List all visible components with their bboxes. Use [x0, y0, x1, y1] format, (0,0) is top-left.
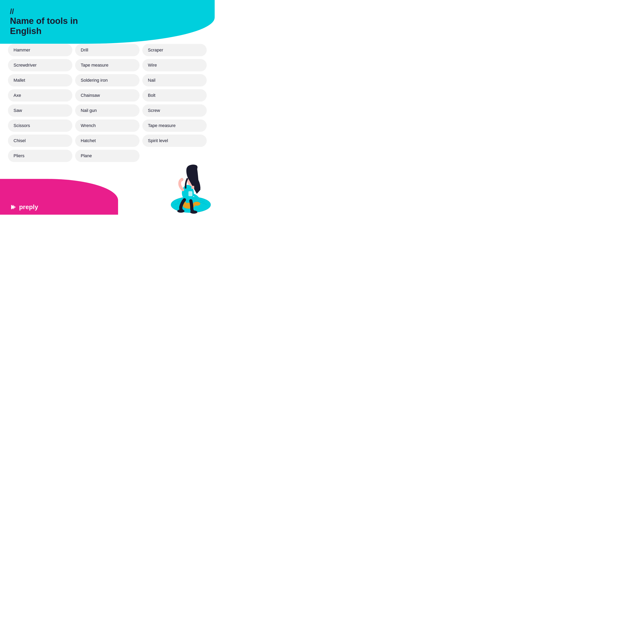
tool-item: Spirit level [142, 135, 207, 147]
tool-item: Tape measure [75, 59, 140, 71]
page-title: Name of tools in English [10, 16, 205, 36]
svg-point-12 [180, 178, 183, 181]
svg-point-5 [193, 202, 200, 206]
pen-icon: // [10, 8, 205, 15]
tools-grid-container: HammerDrillScraperScrewdriverTape measur… [0, 40, 215, 164]
tool-item: Nail [142, 74, 207, 86]
tool-item: Hatchet [75, 135, 140, 147]
footer: preply [10, 203, 38, 211]
svg-point-15 [190, 210, 197, 214]
title-line2: English [10, 26, 42, 36]
tool-item: Plane [75, 150, 140, 162]
tools-grid: HammerDrillScraperScrewdriverTape measur… [8, 44, 207, 162]
tool-item: Bolt [142, 89, 207, 102]
title-line1: Name of tools in [10, 16, 78, 26]
character-svg [151, 147, 215, 215]
header: // Name of tools in English [0, 0, 215, 40]
character-illustration [151, 147, 215, 215]
svg-point-14 [177, 209, 184, 213]
tool-item: Saw [8, 104, 72, 117]
tool-item: Drill [75, 44, 140, 56]
tool-item: Nail gun [75, 104, 140, 117]
svg-point-9 [191, 180, 192, 181]
tool-item: Hammer [8, 44, 72, 56]
svg-marker-1 [13, 205, 16, 209]
svg-point-10 [194, 180, 195, 181]
tool-item: Soldering iron [75, 74, 140, 86]
tool-item: Wire [142, 59, 207, 71]
tool-item: Axe [8, 89, 72, 102]
brand-name: preply [19, 203, 38, 211]
tool-item: Chisel [8, 135, 72, 147]
tool-item: Wrench [75, 119, 140, 132]
preply-icon [10, 204, 17, 211]
tool-item: Scraper [142, 44, 207, 56]
tool-item: Mallet [8, 74, 72, 86]
svg-rect-11 [191, 186, 194, 189]
tool-item: Screw [142, 104, 207, 117]
tool-item: Tape measure [142, 119, 207, 132]
tool-item: Screwdriver [8, 59, 72, 71]
tool-item: Scissors [8, 119, 72, 132]
preply-logo: preply [10, 203, 38, 211]
svg-rect-13 [188, 191, 192, 196]
tool-item: Chainsaw [75, 89, 140, 102]
tool-item: Pliers [8, 150, 72, 162]
